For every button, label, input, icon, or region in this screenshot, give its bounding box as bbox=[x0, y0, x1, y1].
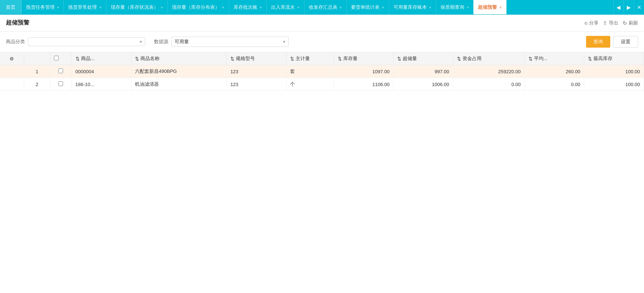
nav-item-1[interactable]: 拣货异常处理 × bbox=[64, 0, 106, 14]
row-code-1: 186-10... bbox=[72, 78, 131, 91]
nav-item-3[interactable]: 现存量（库存分布表） × bbox=[168, 0, 229, 14]
select-all-checkbox[interactable] bbox=[54, 56, 59, 60]
filter-datasource: 数据源 可用量 ▾ bbox=[154, 37, 289, 47]
sort-icon-stock: ⇅ bbox=[338, 56, 342, 62]
nav-close-9[interactable]: × bbox=[466, 5, 469, 10]
row-checkbox-1[interactable] bbox=[50, 78, 72, 91]
nav-item-7[interactable]: 要货单统计表 × bbox=[347, 0, 389, 14]
row-spec-0: 123 bbox=[227, 65, 286, 78]
row-num-0: 1 bbox=[24, 65, 50, 78]
datasource-value: 可用量 bbox=[175, 38, 189, 45]
col-header-code[interactable]: ⇅ 商品... bbox=[72, 52, 131, 65]
settings-button[interactable]: 设置 bbox=[613, 36, 638, 48]
row-maxstock-0: 100.00 bbox=[584, 65, 644, 78]
sort-icon-name: ⇅ bbox=[135, 56, 139, 62]
top-nav: 首页 拣货任务管理 × 拣货异常处理 × 现存量（库存状况表） × 现存量（库存… bbox=[0, 0, 644, 15]
col-header-num bbox=[24, 52, 50, 65]
row-select-checkbox-1[interactable] bbox=[58, 81, 63, 86]
export-btn[interactable]: ⇧ 导出 bbox=[603, 20, 618, 26]
nav-close-all-btn[interactable]: ✕ bbox=[634, 0, 644, 14]
table-container: ⚙ ⇅ 商品... ⇅ 商品名 bbox=[0, 52, 644, 91]
table-body: 1 0000004 六配套新昌490BPG 123 套 1097.00 997.… bbox=[0, 65, 644, 91]
row-name-1: 机油滤清器 bbox=[131, 78, 227, 91]
datasource-label: 数据源 bbox=[154, 38, 168, 45]
col-header-maxstock[interactable]: ⇅ 最高库存 bbox=[584, 52, 644, 65]
col-header-gear[interactable]: ⚙ bbox=[0, 52, 24, 65]
row-code-0: 0000004 bbox=[72, 65, 131, 78]
col-header-stock[interactable]: ⇅ 库存量 bbox=[334, 52, 394, 65]
sort-icon-avg: ⇅ bbox=[528, 56, 533, 62]
nav-item-4[interactable]: 库存批次账 × bbox=[229, 0, 267, 14]
page-header: 超储预警 ⎋ 分享 ⇧ 导出 ↻ 刷新 bbox=[0, 15, 644, 31]
col-header-unit[interactable]: ⇅ 主计量 bbox=[286, 52, 334, 65]
nav-item-9[interactable]: 保质期查询 × bbox=[436, 0, 473, 14]
category-label: 商品分类 bbox=[6, 38, 25, 45]
row-checkbox-0[interactable] bbox=[50, 65, 72, 78]
nav-prev-btn[interactable]: ◀ bbox=[613, 0, 623, 14]
row-stock-1: 1106.00 bbox=[334, 78, 394, 91]
nav-close-4[interactable]: × bbox=[260, 5, 262, 10]
share-icon: ⎋ bbox=[585, 20, 588, 26]
nav-close-6[interactable]: × bbox=[340, 5, 342, 10]
row-name-0: 六配套新昌490BPG bbox=[131, 65, 227, 78]
filter-category: 商品分类 ▾ bbox=[6, 37, 145, 46]
refresh-btn[interactable]: ↻ 刷新 bbox=[623, 20, 638, 26]
nav-close-8[interactable]: × bbox=[429, 5, 431, 10]
nav-item-5[interactable]: 出入库流水 × bbox=[267, 0, 304, 14]
query-button[interactable]: 查询 bbox=[586, 36, 610, 48]
row-over-0: 997.00 bbox=[394, 65, 453, 78]
nav-close-3[interactable]: × bbox=[222, 5, 224, 10]
sort-icon-spec: ⇅ bbox=[230, 56, 234, 62]
sort-icon-code: ⇅ bbox=[76, 56, 80, 62]
sort-icon-capital: ⇅ bbox=[457, 56, 461, 62]
col-header-capital[interactable]: ⇅ 资金占用 bbox=[453, 52, 524, 65]
category-select[interactable]: ▾ bbox=[28, 37, 145, 46]
filter-buttons: 查询 设置 bbox=[586, 36, 638, 48]
refresh-icon: ↻ bbox=[623, 20, 627, 26]
sort-icon-over: ⇅ bbox=[397, 56, 401, 62]
col-header-name[interactable]: ⇅ 商品名称 bbox=[131, 52, 227, 65]
row-gear-0 bbox=[0, 65, 24, 78]
col-header-over[interactable]: ⇅ 超储量 bbox=[394, 52, 453, 65]
nav-close-1[interactable]: × bbox=[99, 5, 101, 10]
export-icon: ⇧ bbox=[603, 20, 607, 26]
nav-item-0[interactable]: 拣货任务管理 × bbox=[22, 0, 64, 14]
header-actions: ⎋ 分享 ⇧ 导出 ↻ 刷新 bbox=[585, 20, 638, 26]
row-over-1: 1006.00 bbox=[394, 78, 453, 91]
row-capital-1: 0.00 bbox=[453, 78, 524, 91]
nav-item-10[interactable]: 超储预警 × bbox=[473, 0, 506, 14]
nav-close-7[interactable]: × bbox=[382, 5, 384, 10]
nav-close-5[interactable]: × bbox=[297, 5, 299, 10]
col-header-checkbox[interactable] bbox=[50, 52, 72, 65]
page-content: 超储预警 ⎋ 分享 ⇧ 导出 ↻ 刷新 商品分类 ▾ 数据源 bbox=[0, 15, 644, 293]
row-select-checkbox-0[interactable] bbox=[58, 68, 63, 73]
nav-item-6[interactable]: 收发存汇总表 × bbox=[304, 0, 347, 14]
row-maxstock-1: 100.00 bbox=[584, 78, 644, 91]
nav-home[interactable]: 首页 bbox=[0, 0, 22, 14]
sort-icon-unit: ⇅ bbox=[290, 56, 294, 62]
nav-item-8[interactable]: 可用量库存账本 × bbox=[389, 0, 436, 14]
category-arrow-icon: ▾ bbox=[140, 39, 142, 44]
nav-close-2[interactable]: × bbox=[161, 5, 163, 10]
row-unit-0: 套 bbox=[286, 65, 334, 78]
datasource-arrow-icon: ▾ bbox=[283, 39, 285, 44]
filter-area: 商品分类 ▾ 数据源 可用量 ▾ 查询 设置 bbox=[0, 31, 644, 52]
col-header-avg[interactable]: ⇅ 平均... bbox=[524, 52, 584, 65]
nav-item-2[interactable]: 现存量（库存状况表） × bbox=[106, 0, 168, 14]
data-table: ⚙ ⇅ 商品... ⇅ 商品名 bbox=[0, 52, 644, 91]
row-stock-0: 1097.00 bbox=[334, 65, 394, 78]
row-gear-1 bbox=[0, 78, 24, 91]
row-capital-0: 259220.00 bbox=[453, 65, 524, 78]
col-header-spec[interactable]: ⇅ 规格型号 bbox=[227, 52, 286, 65]
table-header-row: ⚙ ⇅ 商品... ⇅ 商品名 bbox=[0, 52, 644, 65]
datasource-select[interactable]: 可用量 ▾ bbox=[171, 37, 289, 47]
gear-icon: ⚙ bbox=[10, 56, 14, 62]
table-row: 2 186-10... 机油滤清器 123 个 1106.00 1006.00 … bbox=[0, 78, 644, 91]
share-btn[interactable]: ⎋ 分享 bbox=[585, 20, 599, 26]
nav-close-10[interactable]: × bbox=[499, 5, 501, 10]
row-num-1: 2 bbox=[24, 78, 50, 91]
nav-next-btn[interactable]: ▶ bbox=[623, 0, 634, 14]
row-avg-1: 0.00 bbox=[524, 78, 584, 91]
nav-close-0[interactable]: × bbox=[57, 5, 59, 10]
table-row: 1 0000004 六配套新昌490BPG 123 套 1097.00 997.… bbox=[0, 65, 644, 78]
